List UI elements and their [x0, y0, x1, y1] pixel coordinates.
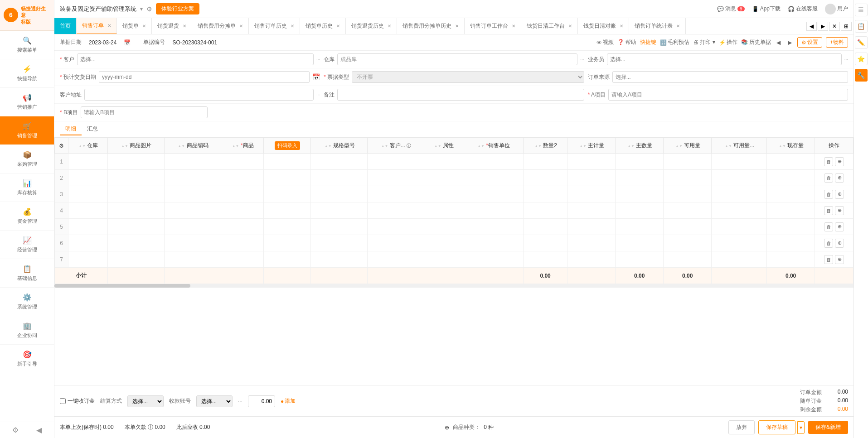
salesperson-input[interactable] — [607, 53, 842, 65]
row-1-qty2[interactable] — [523, 154, 567, 170]
row-1-current-qty[interactable] — [767, 154, 815, 170]
row-1-available[interactable] — [664, 154, 712, 170]
calendar-icon[interactable]: 📅 — [124, 39, 131, 46]
row-1-available2[interactable] — [712, 154, 767, 170]
tab-sales-refund[interactable]: 销货退货 ✕ — [152, 18, 192, 34]
sidebar-item-system[interactable]: ⚙️ 系统管理 — [0, 288, 54, 316]
row-2-warehouse[interactable] — [68, 170, 108, 186]
tab-return-history[interactable]: 销货单历史 ✕ — [300, 18, 346, 34]
tab-close-order-workbench[interactable]: ✕ — [512, 24, 515, 29]
customer-input[interactable] — [77, 53, 314, 65]
account-dots[interactable]: ··· — [238, 398, 242, 404]
row-5-delete-btn[interactable]: 🗑 — [824, 222, 833, 231]
shortcut-btn[interactable]: 快捷键 — [640, 39, 656, 46]
row-1-delete-btn[interactable]: 🗑 — [824, 157, 833, 166]
tab-refund-history[interactable]: 销货退货历史 ✕ — [346, 18, 397, 34]
section-tab-detail[interactable]: 明细 — [60, 123, 82, 135]
one-click-deposit-checkbox[interactable] — [60, 398, 66, 404]
settings-button[interactable]: ⚙ 设置 — [797, 37, 822, 48]
sidebar-item-inventory[interactable]: 📊 库存核算 — [0, 173, 54, 202]
col-settings[interactable]: ⚙ — [55, 138, 68, 154]
row-1-copy-btn[interactable]: ⊕ — [835, 157, 844, 166]
row-2-main-qty[interactable] — [616, 170, 664, 186]
row-2-spec[interactable] — [311, 170, 368, 186]
add-material-button[interactable]: +物料 — [826, 37, 848, 48]
row-6-delete-btn[interactable]: 🗑 — [824, 239, 833, 248]
payment-amount-input[interactable] — [248, 395, 275, 407]
sidebar-item-quick[interactable]: ⚡ 快捷导航 — [0, 59, 54, 88]
row-2-current-qty[interactable] — [767, 170, 815, 186]
save-draft-arrow[interactable]: ▾ — [797, 421, 805, 434]
row-1-product[interactable] — [221, 154, 264, 170]
row-1-spec[interactable] — [311, 154, 368, 170]
tab-close-expense-split[interactable]: ✕ — [239, 24, 243, 29]
row-1-sales-unit[interactable] — [463, 154, 524, 170]
date-picker-icon[interactable]: 📅 — [312, 73, 320, 81]
warehouse-input[interactable] — [337, 53, 577, 65]
sidebar-item-search[interactable]: 🔍 搜索菜单 — [0, 31, 54, 59]
memo-input[interactable] — [337, 89, 584, 101]
online-support-btn[interactable]: 🎧 在线客服 — [788, 5, 818, 13]
row-3-delete-btn[interactable]: 🗑 — [824, 190, 833, 199]
order-source-input[interactable] — [612, 71, 848, 83]
tab-close-all-button[interactable]: ✕ — [829, 22, 840, 31]
tab-order-workbench[interactable]: 销售订单工作台 ✕ — [465, 18, 521, 34]
row-1-attribute[interactable] — [424, 154, 463, 170]
tab-close-cash-workbench[interactable]: ✕ — [568, 24, 572, 29]
tab-order-history[interactable]: 销售订单历史 ✕ — [249, 18, 300, 34]
tab-cash-workbench[interactable]: 钱货日清工作台 ✕ — [521, 18, 578, 34]
tab-close-sales-refund[interactable]: ✕ — [183, 24, 186, 29]
tab-sales-stats[interactable]: 销售订单统计表 ✕ — [629, 18, 686, 34]
tab-close-order-history[interactable]: ✕ — [291, 24, 294, 29]
info-icon[interactable]: ⓘ — [148, 424, 153, 430]
tab-close-sales-stats[interactable]: ✕ — [676, 24, 680, 29]
row-2-attribute[interactable] — [424, 170, 463, 186]
payment-method-select[interactable]: 选择... — [127, 395, 164, 407]
row-2-available[interactable] — [664, 170, 712, 186]
scroll-thumb[interactable] — [54, 284, 190, 288]
add-payment-button[interactable]: ● 添加 — [281, 397, 296, 405]
sidebar-collapse-icon[interactable]: ◀ — [36, 426, 42, 434]
right-panel-icon-5[interactable]: 🔧 — [855, 69, 868, 82]
right-panel-icon-1[interactable]: ☰ — [855, 4, 868, 16]
tab-close-return-history[interactable]: ✕ — [336, 24, 340, 29]
system-title-arrow[interactable]: ▾ — [140, 6, 143, 12]
save-draft-button[interactable]: 保存草稿 — [758, 420, 795, 434]
col-settings-icon[interactable]: ⚙ — [59, 143, 64, 149]
tab-close-sales-return[interactable]: ✕ — [142, 24, 146, 29]
message-btn[interactable]: 💬 消息 9 — [717, 5, 745, 13]
row-2-customer-code[interactable] — [368, 170, 424, 186]
tab-close-sales-order[interactable]: ✕ — [107, 23, 111, 28]
row-6-copy-btn[interactable]: ⊕ — [835, 239, 844, 248]
tab-close-expense-history[interactable]: ✕ — [455, 24, 459, 29]
row-5-copy-btn[interactable]: ⊕ — [835, 222, 844, 231]
section-tab-summary[interactable]: 汇总 — [82, 123, 103, 135]
row-2-qty2[interactable] — [523, 170, 567, 186]
delivery-date-input[interactable] — [99, 71, 310, 83]
tab-close-refund-history[interactable]: ✕ — [388, 24, 391, 29]
right-panel-icon-3[interactable]: ✏️ — [855, 36, 868, 49]
save-new-button[interactable]: 保存&新增 — [808, 421, 848, 434]
tab-prev-button[interactable]: ◀ — [806, 22, 817, 31]
customer-address-input[interactable] — [84, 89, 314, 101]
row-1-warehouse[interactable] — [68, 154, 108, 170]
account-select[interactable]: 选择... — [196, 395, 233, 407]
tab-menu-button[interactable]: ⊞ — [841, 22, 852, 31]
row-2-product[interactable] — [221, 170, 264, 186]
scan-button[interactable]: 扫码录入 — [275, 141, 300, 150]
help-btn[interactable]: ❓ 帮助 — [617, 39, 636, 46]
row-7-copy-btn[interactable]: ⊕ — [835, 255, 844, 264]
product-count-icon[interactable]: ⊕ — [445, 424, 449, 431]
operation-btn[interactable]: ⚡ 操作 — [719, 39, 737, 46]
sidebar-item-marketing[interactable]: 📢 营销推广 — [0, 88, 54, 116]
tab-sales-return[interactable]: 销货单 ✕ — [117, 18, 152, 34]
settings-gear-icon[interactable]: ⚙ — [146, 5, 152, 13]
tab-expense-split[interactable]: 销售费用分摊单 ✕ — [192, 18, 249, 34]
row-2-available2[interactable] — [712, 170, 767, 186]
right-panel-icon-2[interactable]: 📋 — [855, 20, 868, 33]
warehouse-dots[interactable]: ··· — [580, 57, 584, 62]
row-7-delete-btn[interactable]: 🗑 — [824, 255, 833, 264]
tab-expense-history[interactable]: 销售费用分摊单历史 ✕ — [397, 18, 465, 34]
app-download-btn[interactable]: 📱 App下载 — [752, 5, 781, 13]
row-3-copy-btn[interactable]: ⊕ — [835, 190, 844, 199]
